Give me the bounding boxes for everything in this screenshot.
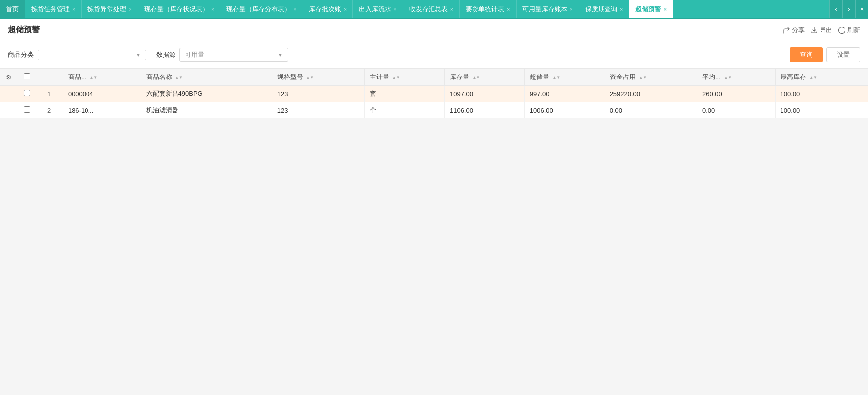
filter-bar: 商品分类 ▼ 数据源 可用量 ▼ 查询 设置 <box>0 41 868 69</box>
sort-icon-product-code: ▲▼ <box>89 76 97 79</box>
nav-close-available-account[interactable]: × <box>570 6 573 12</box>
page-container: 超储预警 分享 导出 刷新 <box>0 19 868 118</box>
category-select[interactable]: ▼ <box>38 50 146 60</box>
nav-close-quality-check[interactable]: × <box>620 6 623 12</box>
nav-item-inout-flow[interactable]: 出入库流水 × <box>353 0 403 19</box>
table-body: 1 0000004 六配套新昌490BPG 123 套 1097.00 997.… <box>0 86 868 118</box>
row-num-1: 2 <box>36 102 63 118</box>
nav-item-abnormal[interactable]: 拣货异常处理 × <box>82 0 138 19</box>
row-avg-0: 260.00 <box>697 86 775 102</box>
col-unit[interactable]: 主计量 ▲▼ <box>365 69 445 86</box>
export-button[interactable]: 导出 <box>811 26 832 35</box>
nav-close-task-mgmt[interactable]: × <box>72 6 75 12</box>
sort-icon-overstock-qty: ▲▼ <box>552 76 560 79</box>
refresh-button[interactable]: 刷新 <box>838 26 860 35</box>
col-capital-occupy[interactable]: 资金占用 ▲▼ <box>605 69 697 86</box>
nav-item-available-account[interactable]: 可用量库存账本 × <box>517 0 579 19</box>
row-stock-qty-0: 1097.00 <box>444 86 524 102</box>
datasource-filter-group: 数据源 可用量 ▼ <box>156 48 288 62</box>
datasource-select-value: 可用量 <box>185 50 204 59</box>
nav-arrow-close-all[interactable]: × <box>855 0 868 19</box>
sort-icon-max-stock: ▲▼ <box>809 76 817 79</box>
nav-arrow-right[interactable]: › <box>842 0 855 19</box>
nav-item-collect-summary[interactable]: 收发存汇总表 × <box>403 0 460 19</box>
category-dropdown-icon: ▼ <box>136 52 141 58</box>
share-button[interactable]: 分享 <box>783 26 805 35</box>
row-max-stock-0: 100.00 <box>775 86 868 102</box>
table-row: 1 0000004 六配套新昌490BPG 123 套 1097.00 997.… <box>0 86 868 102</box>
nav-item-task-mgmt[interactable]: 拣货任务管理 × <box>25 0 82 19</box>
table-header-row: ⚙ 商品... ▲▼ 商品名称 ▲▼ 规格型号 ▲▼ <box>0 69 868 86</box>
nav-close-abnormal[interactable]: × <box>129 6 131 12</box>
sort-icon-spec: ▲▼ <box>306 76 314 79</box>
datasource-dropdown-icon: ▼ <box>278 52 283 58</box>
nav-close-collect-summary[interactable]: × <box>450 6 453 12</box>
share-icon <box>783 27 790 34</box>
nav-item-inventory-dist[interactable]: 现存量（库存分布表） × <box>220 0 303 19</box>
refresh-icon <box>838 27 845 34</box>
sort-icon-avg: ▲▼ <box>724 76 732 79</box>
sort-icon-capital-occupy: ▲▼ <box>639 76 647 79</box>
row-max-stock-1: 100.00 <box>775 102 868 118</box>
row-avg-1: 0.00 <box>697 102 775 118</box>
row-overstock-qty-0: 997.00 <box>524 86 605 102</box>
row-unit-0: 套 <box>365 86 445 102</box>
row-checkbox-input-0[interactable] <box>24 90 30 96</box>
nav-item-overstock[interactable]: 超储预警 × <box>629 0 673 19</box>
col-max-stock[interactable]: 最高库存 ▲▼ <box>775 69 868 86</box>
col-gear[interactable]: ⚙ <box>0 69 18 86</box>
row-overstock-qty-1: 1006.00 <box>524 102 605 118</box>
col-overstock-qty[interactable]: 超储量 ▲▼ <box>524 69 605 86</box>
query-button[interactable]: 查询 <box>790 47 823 62</box>
nav-item-batch-account[interactable]: 库存批次账 × <box>303 0 353 19</box>
nav-close-overstock[interactable]: × <box>663 6 666 12</box>
col-stock-qty[interactable]: 库存量 ▲▼ <box>444 69 524 86</box>
nav-arrow-left[interactable]: ‹ <box>829 0 842 19</box>
row-spec-0: 123 <box>272 86 364 102</box>
nav-close-order-stats[interactable]: × <box>507 6 510 12</box>
row-num-0: 1 <box>36 86 63 102</box>
row-product-name-1: 机油滤清器 <box>141 102 272 118</box>
settings-button[interactable]: 设置 <box>826 47 860 62</box>
row-capital-occupy-1: 0.00 <box>605 102 697 118</box>
col-product-code[interactable]: 商品... ▲▼ <box>63 69 141 86</box>
col-avg[interactable]: 平均... ▲▼ <box>697 69 775 86</box>
table-row: 2 186-10... 机油滤清器 123 个 1106.00 1006.00 … <box>0 102 868 118</box>
row-product-name-0: 六配套新昌490BPG <box>141 86 272 102</box>
nav-item-inventory-status[interactable]: 现存量（库存状况表） × <box>138 0 220 19</box>
nav-item-quality-check[interactable]: 保质期查询 × <box>579 0 629 19</box>
category-label: 商品分类 <box>8 50 34 59</box>
col-spec[interactable]: 规格型号 ▲▼ <box>272 69 364 86</box>
sort-icon-stock-qty: ▲▼ <box>473 76 480 79</box>
col-checkbox <box>18 69 36 86</box>
export-icon <box>811 27 818 34</box>
nav-item-home[interactable]: 首页 <box>0 0 25 19</box>
col-product-name[interactable]: 商品名称 ▲▼ <box>141 69 272 86</box>
col-row-num <box>36 69 63 86</box>
filter-actions: 查询 设置 <box>790 47 860 62</box>
nav-close-batch-account[interactable]: × <box>344 6 347 12</box>
category-filter-group: 商品分类 ▼ <box>8 50 146 60</box>
nav-arrows-container: ‹ › × <box>829 0 868 19</box>
sort-icon-product-name: ▲▼ <box>175 76 183 79</box>
nav-item-order-stats[interactable]: 要货单统计表 × <box>460 0 516 19</box>
page-header: 超储预警 分享 导出 刷新 <box>0 19 868 41</box>
datasource-select[interactable]: 可用量 ▼ <box>179 48 288 62</box>
row-checkbox-1[interactable] <box>18 102 36 118</box>
select-all-checkbox[interactable] <box>24 73 30 79</box>
nav-close-inventory-dist[interactable]: × <box>293 6 296 12</box>
row-checkbox-input-1[interactable] <box>24 106 30 113</box>
page-title: 超储预警 <box>8 25 783 35</box>
row-checkbox-0[interactable] <box>18 86 36 102</box>
data-table: ⚙ 商品... ▲▼ 商品名称 ▲▼ 规格型号 ▲▼ <box>0 69 868 118</box>
nav-close-inventory-status[interactable]: × <box>211 6 214 12</box>
row-gear-1[interactable] <box>0 102 18 118</box>
sort-icon-unit: ▲▼ <box>392 76 400 79</box>
nav-close-inout-flow[interactable]: × <box>393 6 396 12</box>
row-product-code-1: 186-10... <box>63 102 141 118</box>
row-gear-0[interactable] <box>0 86 18 102</box>
row-product-code-0: 0000004 <box>63 86 141 102</box>
row-spec-1: 123 <box>272 102 364 118</box>
table-wrapper: ⚙ 商品... ▲▼ 商品名称 ▲▼ 规格型号 ▲▼ <box>0 69 868 118</box>
header-actions: 分享 导出 刷新 <box>783 26 860 35</box>
